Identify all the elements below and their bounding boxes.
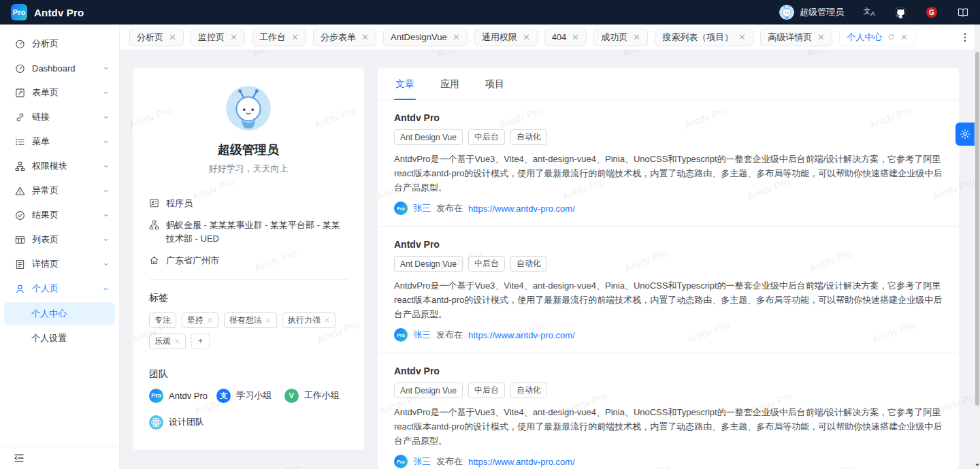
profile-icon — [15, 259, 25, 270]
translate-icon[interactable]: 文A — [863, 6, 875, 18]
gitee-icon[interactable]: G — [926, 6, 938, 18]
tab-close-icon[interactable] — [523, 33, 530, 41]
sidebar-item-8[interactable]: 列表页 — [0, 227, 119, 252]
sidebar-item-2[interactable]: 表单页 — [0, 80, 119, 105]
sidebar-subitem-1[interactable]: 个人设置 — [4, 327, 115, 350]
article-description: AntdvPro是一个基于Vue3、Vite4、ant-design-vue4、… — [394, 405, 943, 448]
articles-tab-2[interactable]: 项目 — [484, 68, 506, 99]
home-icon — [149, 255, 159, 265]
tab-close-icon[interactable] — [633, 33, 640, 41]
layout: 分析页Dashboard表单页链接菜单权限模块异常页结果页列表页详情页个人页个人… — [0, 25, 980, 469]
sidebar-item-3[interactable]: 链接 — [0, 105, 119, 129]
tab-label: 高级详情页 — [768, 31, 812, 44]
alipay-icon: 支 — [216, 389, 231, 403]
tab-label: 成功页 — [601, 31, 627, 44]
publish-label: 发布在 — [436, 202, 463, 214]
tab-close-icon[interactable] — [169, 33, 176, 41]
page-tab-6[interactable]: 404 — [544, 29, 587, 46]
page-tab-1[interactable]: 监控页 — [191, 29, 245, 46]
topbar: Pro Antdv Pro 超级管理员 文A G — [0, 0, 980, 25]
page-tab-2[interactable]: 工作台 — [252, 29, 306, 46]
sidebar-item-10[interactable]: 个人页 — [0, 276, 119, 301]
refresh-icon — [887, 33, 895, 41]
author-link[interactable]: 张三 — [413, 455, 431, 468]
sidebar-subitem-0[interactable]: 个人中心 — [4, 302, 115, 325]
author-link[interactable]: 张三 — [413, 202, 431, 214]
team-item-2[interactable]: V工作小组 — [284, 389, 348, 403]
page-tab-10[interactable]: 个人中心 — [839, 29, 915, 46]
chevron-down-icon — [102, 89, 110, 97]
article-link[interactable]: https://www.antdv-pro.com/ — [468, 204, 575, 214]
article-link[interactable]: https://www.antdv-pro.com/ — [468, 330, 575, 340]
vue-icon: V — [284, 389, 299, 403]
sidebar-item-1[interactable]: Dashboard — [0, 56, 119, 80]
publish-label: 发布在 — [436, 329, 463, 341]
add-tag-button[interactable]: + — [191, 334, 210, 349]
tab-close-icon[interactable] — [738, 33, 746, 41]
tab-close-icon[interactable] — [453, 33, 460, 41]
page-tab-8[interactable]: 搜索列表（项目） — [655, 29, 753, 46]
window-scrollbar[interactable] — [975, 25, 980, 469]
sidebar-item-9[interactable]: 详情页 — [0, 252, 119, 276]
tab-close-icon[interactable] — [572, 33, 579, 41]
tag-close-icon[interactable] — [265, 317, 272, 323]
tag-close-icon[interactable] — [207, 317, 213, 323]
sidebar-item-5[interactable]: 权限模块 — [0, 154, 119, 178]
author-link[interactable]: 张三 — [413, 329, 431, 341]
tag-close-icon[interactable] — [174, 338, 180, 344]
article-link[interactable]: https://www.antdv-pro.com/ — [468, 457, 575, 467]
settings-button[interactable] — [956, 123, 975, 146]
tab-more-icon[interactable] — [960, 32, 970, 43]
articles-tab-0[interactable]: 文章 — [394, 68, 416, 99]
watermark-text: Antdv Pro — [250, 50, 296, 59]
profile-avatar — [226, 86, 271, 131]
team-item-3[interactable]: 设计团队 — [149, 415, 212, 430]
page-tab-4[interactable]: AntDesignVue — [383, 29, 468, 46]
tag-label: 很有想法 — [229, 314, 262, 326]
docs-book-icon[interactable] — [957, 6, 969, 18]
github-icon[interactable] — [894, 6, 906, 18]
team-item-1[interactable]: 支学习小组 — [216, 389, 280, 403]
article-tag: Ant Design Vue — [394, 129, 463, 145]
menu-list-icon — [15, 137, 25, 147]
scrollbar-thumb[interactable] — [975, 52, 979, 406]
collapse-sidebar-button[interactable] — [14, 453, 24, 464]
tab-label: 分步表单 — [321, 31, 356, 44]
sidebar-footer — [0, 446, 119, 469]
articles-list: Antdv ProAnt Design Vue中后台自动化AntdvPro是一个… — [378, 100, 959, 469]
watermark-text: Antdv Pro — [620, 50, 666, 59]
tab-close-icon[interactable] — [817, 33, 825, 41]
team-item-0[interactable]: ProAntdv Pro — [149, 389, 212, 403]
sidebar-item-4[interactable]: 菜单 — [0, 129, 119, 154]
article-item-2: Antdv ProAnt Design Vue中后台自动化AntdvPro是一个… — [378, 353, 959, 469]
app-logo[interactable]: Pro — [11, 4, 27, 20]
page-tab-7[interactable]: 成功页 — [593, 29, 648, 46]
scroll-down-arrow[interactable] — [975, 462, 980, 468]
chevron-up-icon — [102, 285, 110, 293]
page-tab-0[interactable]: 分析页 — [129, 29, 184, 46]
tab-close-icon[interactable] — [900, 33, 908, 41]
tag-close-icon[interactable] — [324, 317, 330, 323]
chevron-down-icon — [102, 163, 110, 170]
articles-tab-1[interactable]: 应用 — [439, 68, 461, 99]
sidebar-item-7[interactable]: 结果页 — [0, 203, 119, 227]
profile-motto: 好好学习，天天向上 — [149, 163, 348, 175]
profile-detail-0: 程序员 — [149, 197, 348, 210]
sidebar-item-label: 菜单 — [32, 135, 50, 148]
tab-close-icon[interactable] — [291, 33, 299, 41]
page-tab-5[interactable]: 通用权限 — [474, 29, 538, 46]
sidebar-item-6[interactable]: 异常页 — [0, 178, 119, 203]
watermark-text: Antdv Pro — [805, 50, 851, 59]
sidebar-item-label: 个人页 — [32, 282, 59, 295]
page-tab-3[interactable]: 分步表单 — [313, 29, 376, 46]
sidebar-item-0[interactable]: 分析页 — [0, 31, 119, 56]
team-label: 工作小组 — [304, 389, 340, 402]
profile-detail-text: 程序员 — [166, 197, 193, 210]
page-tab-9[interactable]: 高级详情页 — [760, 29, 832, 46]
sidebar-item-label: 分析页 — [32, 37, 59, 50]
profile-detail-2: 广东省广州市 — [149, 254, 348, 268]
tab-close-icon[interactable] — [230, 33, 238, 41]
watermark-text: Antdv Pro — [435, 50, 481, 59]
tab-close-icon[interactable] — [361, 33, 369, 41]
user-menu[interactable]: 超级管理员 — [779, 5, 844, 20]
